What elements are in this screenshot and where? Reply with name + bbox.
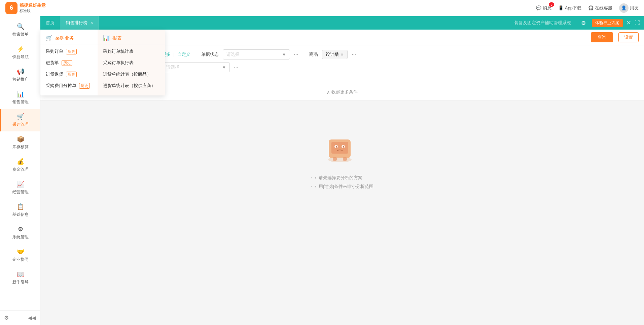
purchase-dropdown: 🛒 采购业务 采购订单 历史 进货单 历史 进货退货 历史 采购费用分摊单 历史… bbox=[40, 30, 165, 95]
svg-rect-7 bbox=[333, 157, 337, 161]
stock-return-badge: 历史 bbox=[66, 72, 77, 77]
logo-main: 畅捷通好生意 bbox=[20, 2, 46, 8]
empty-state: ● 请先选择要分析的方案 ● 用[过滤]条件来缩小分析范围 bbox=[40, 101, 644, 218]
collapse-label: 收起更多条件 bbox=[331, 89, 358, 95]
collapse-sidebar-icon[interactable]: ◀◀ bbox=[28, 315, 36, 321]
bill-status-label: 单据状态 bbox=[201, 51, 219, 57]
hint-dot-2: ● bbox=[315, 183, 317, 190]
message-action[interactable]: 💬 消息 5 bbox=[536, 5, 551, 11]
bill-status-arrow: ▼ bbox=[282, 52, 286, 57]
sidebar-item-sales[interactable]: 📊 销售管理 bbox=[0, 86, 40, 109]
purchase-header-icon: 🛒 bbox=[46, 35, 52, 41]
svg-rect-8 bbox=[343, 157, 347, 161]
svg-point-4 bbox=[336, 146, 337, 148]
dropdown-item-stock-return-label: 进货退货 bbox=[46, 71, 63, 77]
sidebar-item-quicknav[interactable]: ⚡ 快捷导航 bbox=[0, 41, 40, 64]
topbar-settings-icon[interactable]: ⚙ bbox=[581, 20, 586, 26]
online-service-action[interactable]: 🎧 在线客服 bbox=[588, 5, 612, 11]
user-label: 用友 bbox=[630, 5, 639, 11]
sidebar: 6 畅捷通好生意 标准版 🔍 搜索菜单 ⚡ 快捷导航 📢 营销推广 📊 销售管理… bbox=[0, 0, 40, 325]
sidebar-label-operations: 经营管理 bbox=[12, 189, 29, 195]
system-icon: ⚙ bbox=[18, 226, 23, 233]
app-download-label: App下载 bbox=[565, 5, 581, 11]
dropdown-item-purchase-order-exec[interactable]: 采购订单执行表 bbox=[98, 57, 165, 69]
bill-status-more[interactable]: ··· bbox=[294, 51, 298, 57]
basics-icon: 📋 bbox=[17, 203, 24, 210]
date-custom-btn[interactable]: 自定义 bbox=[177, 51, 190, 57]
collapse-up-icon: ∧ bbox=[327, 90, 330, 95]
sidebar-label-purchase: 采购管理 bbox=[12, 122, 29, 127]
sidebar-label-basics: 基础信息 bbox=[12, 212, 29, 217]
dropdown-reports-header: 📊 报表 bbox=[98, 34, 165, 44]
salesperson-select[interactable]: 请选择 ▼ bbox=[163, 62, 230, 72]
empty-hint-2: ● 用[过滤]条件来缩小分析范围 bbox=[311, 182, 373, 191]
sidebar-label-marketing: 营销推广 bbox=[12, 77, 29, 82]
bill-status-select[interactable]: 请选择 ▼ bbox=[223, 49, 290, 59]
megaphone-icon: 📢 bbox=[17, 68, 24, 75]
sidebar-label-quicknav: 快捷导航 bbox=[12, 54, 29, 60]
dropdown-item-stock-in[interactable]: 进货单 历史 bbox=[40, 57, 98, 69]
dropdown-item-purchase-order[interactable]: 采购订单 历史 bbox=[40, 46, 98, 57]
sidebar-item-basics[interactable]: 📋 基础信息 bbox=[0, 199, 40, 221]
empty-svg bbox=[319, 128, 366, 168]
dropdown-col-purchase: 🛒 采购业务 采购订单 历史 进货单 历史 进货退货 历史 采购费用分摊单 历史 bbox=[40, 30, 98, 95]
dropdown-item-stock-return[interactable]: 进货退货 历史 bbox=[40, 69, 98, 80]
window-close-icon[interactable]: ✕ bbox=[626, 19, 631, 27]
collapse-btn[interactable]: ∧ 收起更多条件 bbox=[327, 89, 358, 95]
goods-more[interactable]: ··· bbox=[352, 51, 356, 57]
gear-bottom-icon[interactable]: ⚙ bbox=[4, 315, 9, 321]
avatar: 👤 bbox=[619, 3, 629, 13]
sidebar-item-enterprise[interactable]: 🤝 企业协同 bbox=[0, 244, 40, 267]
dropdown-item-stock-in-supplier-stats-label: 进货单统计表（按供应商） bbox=[103, 83, 155, 89]
purchase-order-badge: 历史 bbox=[66, 49, 77, 54]
sidebar-item-search[interactable]: 🔍 搜索菜单 bbox=[0, 19, 40, 41]
purchase-expense-badge: 历史 bbox=[79, 83, 90, 89]
logo-area: 6 畅捷通好生意 标准版 bbox=[5, 2, 46, 14]
dropdown-item-purchase-order-label: 采购订单 bbox=[46, 48, 63, 54]
dropdown-item-stock-in-goods-stats[interactable]: 进货单统计表（按商品） bbox=[98, 69, 165, 80]
logo-icon: 6 bbox=[5, 2, 17, 14]
dropdown-item-purchase-order-exec-label: 采购订单执行表 bbox=[103, 60, 134, 66]
sidebar-item-system[interactable]: ⚙ 系统管理 bbox=[0, 221, 40, 244]
goods-remove-icon[interactable]: ✕ bbox=[340, 52, 344, 57]
sidebar-label-sales: 销售管理 bbox=[12, 99, 29, 105]
sidebar-label-finance: 资金管理 bbox=[12, 167, 29, 172]
sidebar-item-guide[interactable]: 📖 新手引导 bbox=[0, 267, 40, 289]
message-icon: 💬 bbox=[536, 5, 541, 10]
sidebar-label-guide: 新手引导 bbox=[12, 279, 29, 285]
tab-sales-ranking[interactable]: 销售排行榜 ✕ bbox=[60, 16, 99, 30]
sidebar-item-finance[interactable]: 💰 资金管理 bbox=[0, 154, 40, 176]
enterprise-icon: 🤝 bbox=[17, 248, 24, 255]
sidebar-item-inventory[interactable]: 📦 库存核算 bbox=[0, 131, 40, 154]
logo-text: 畅捷通好生意 标准版 bbox=[20, 2, 46, 14]
sidebar-item-purchase[interactable]: 🛒 采购管理 bbox=[0, 109, 40, 131]
sidebar-item-marketing[interactable]: 📢 营销推广 bbox=[0, 64, 40, 86]
settings-button[interactable]: 设置 bbox=[618, 32, 639, 42]
topbar-right: 💬 消息 5 📱 App下载 🎧 在线客服 👤 用友 bbox=[536, 3, 639, 13]
reports-header-icon: 📊 bbox=[103, 35, 110, 41]
message-badge: 5 bbox=[549, 2, 554, 7]
empty-hint-text-2: 用[过滤]条件来缩小分析范围 bbox=[319, 182, 373, 191]
tab-close-icon[interactable]: ✕ bbox=[90, 21, 93, 25]
goods-label: 商品 bbox=[309, 51, 318, 57]
query-button[interactable]: 查询 bbox=[591, 32, 613, 42]
user-action[interactable]: 👤 用友 bbox=[619, 3, 639, 13]
dropdown-item-stock-in-supplier-stats[interactable]: 进货单统计表（按供应商） bbox=[98, 80, 165, 91]
tab-home[interactable]: 首页 bbox=[40, 16, 60, 30]
app-download-action[interactable]: 📱 App下载 bbox=[558, 5, 581, 11]
phone-icon: 📱 bbox=[558, 5, 564, 10]
dropdown-item-stock-in-label: 进货单 bbox=[46, 60, 59, 66]
dropdown-item-purchase-expense[interactable]: 采购费用分摊单 历史 bbox=[40, 80, 98, 91]
salesperson-more[interactable]: ··· bbox=[234, 64, 238, 70]
salesperson-arrow: ▼ bbox=[222, 65, 226, 70]
dropdown-item-purchase-order-stats[interactable]: 采购订单统计表 bbox=[98, 46, 165, 57]
sidebar-nav: 🔍 搜索菜单 ⚡ 快捷导航 📢 营销推广 📊 销售管理 🛒 采购管理 📦 库存核… bbox=[0, 16, 40, 310]
dropdown-item-purchase-order-stats-label: 采购订单统计表 bbox=[103, 48, 134, 54]
empty-hint-text-1: 请先选择要分析的方案 bbox=[319, 173, 362, 182]
logo-sub: 标准版 bbox=[20, 8, 46, 13]
window-expand-icon[interactable]: ⛶ bbox=[635, 20, 640, 26]
sidebar-label-inventory: 库存核算 bbox=[12, 144, 29, 150]
sidebar-item-operations[interactable]: 📈 经营管理 bbox=[0, 176, 40, 199]
industry-btn[interactable]: 体验行业方案 bbox=[592, 19, 623, 27]
money-icon: 💰 bbox=[17, 158, 24, 165]
